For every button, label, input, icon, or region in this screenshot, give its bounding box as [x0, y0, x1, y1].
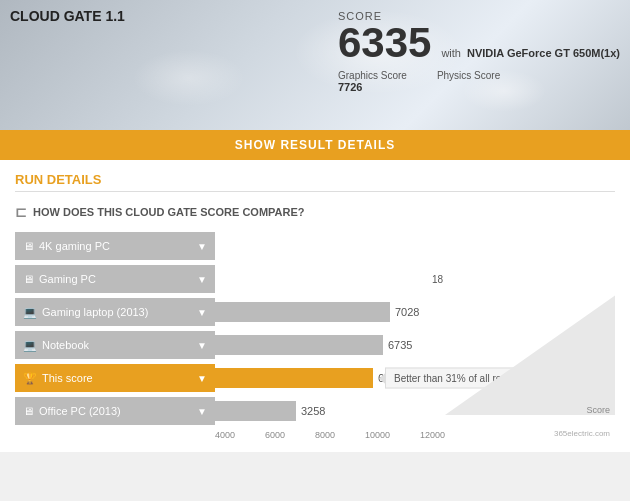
bar-number-gaming-laptop: 7028 — [395, 306, 419, 318]
bars-column: 🖥 4K gaming PC ▼ 🖥 Gaming PC ▼ 18 — [15, 232, 445, 440]
bar-arrow-notebook: ▼ — [197, 340, 207, 351]
bar-fill-gaming-laptop — [215, 302, 390, 322]
graphics-label: Graphics Score — [338, 70, 407, 81]
x-label-6000: 6000 — [265, 430, 285, 440]
bar-fill-notebook — [215, 335, 383, 355]
compare-title: ⊏ HOW DOES THIS CLOUD GATE SCORE COMPARE… — [15, 204, 615, 220]
bar-row-4k-gaming-pc: 🖥 4K gaming PC ▼ — [15, 232, 445, 260]
bar-label-gaming-laptop[interactable]: 💻 Gaming laptop (2013) ▼ — [15, 298, 215, 326]
compare-title-text: HOW DOES THIS CLOUD GATE SCORE COMPARE? — [33, 206, 305, 218]
compare-icon: ⊏ — [15, 204, 27, 220]
bar-row-gaming-pc: 🖥 Gaming PC ▼ 18 — [15, 265, 445, 293]
bar-text-gaming-laptop: Gaming laptop (2013) — [42, 306, 192, 318]
bar-number-gaming-pc: 18 — [432, 274, 443, 285]
physics-score-item: Physics Score — [437, 70, 500, 93]
physics-label: Physics Score — [437, 70, 500, 81]
bar-fill-office-pc — [215, 401, 296, 421]
show-result-button[interactable]: SHOW RESULT DETAILS — [0, 130, 630, 160]
x-label-4000: 4000 — [215, 430, 235, 440]
x-label-10000: 10000 — [365, 430, 390, 440]
bar-text-notebook: Notebook — [42, 339, 192, 351]
header-section: CLOUD GATE 1.1 SCORE 6335 with NVIDIA Ge… — [0, 0, 630, 130]
x-label-12000: 12000 — [420, 430, 445, 440]
bar-arrow-gaming-pc: ▼ — [197, 274, 207, 285]
run-details-title: RUN DETAILS — [15, 172, 615, 192]
bar-row-office-pc: 🖥 Office PC (2013) ▼ 3258 — [15, 397, 445, 425]
score-value: 6335 — [338, 22, 431, 64]
bar-value-gaming-pc: 18 — [215, 265, 445, 293]
x-axis: 4000 6000 8000 10000 12000 — [15, 430, 445, 440]
bar-text-gaming-pc: Gaming PC — [39, 273, 192, 285]
bar-arrow-office-pc: ▼ — [197, 406, 207, 417]
chart-area: 🖥 4K gaming PC ▼ 🖥 Gaming PC ▼ 18 — [15, 232, 615, 440]
bar-number-office-pc: 3258 — [301, 405, 325, 417]
bar-arrow-this-score: ▼ — [197, 373, 207, 384]
watermark: 365electric.com — [554, 429, 610, 438]
bar-label-this-score[interactable]: 🏆 This score ▼ — [15, 364, 215, 392]
bar-icon-this-score: 🏆 — [23, 372, 37, 385]
app-title: CLOUD GATE 1.1 — [10, 8, 125, 24]
graphics-value: 7726 — [338, 81, 407, 93]
score-gpu: NVIDIA GeForce GT 650M(1x) — [467, 47, 620, 59]
bar-label-gaming-pc[interactable]: 🖥 Gaming PC ▼ — [15, 265, 215, 293]
bar-icon-4k-gaming-pc: 🖥 — [23, 240, 34, 252]
bar-arrow-gaming-laptop: ▼ — [197, 307, 207, 318]
x-axis-labels: 4000 6000 8000 10000 12000 — [215, 430, 445, 440]
bar-value-notebook: 6735 — [215, 331, 445, 359]
bar-fill-this-score — [215, 368, 373, 388]
bar-value-gaming-laptop: 7028 — [215, 298, 445, 326]
bar-row-notebook: 💻 Notebook ▼ 6735 — [15, 331, 445, 359]
bar-text-office-pc: Office PC (2013) — [39, 405, 192, 417]
bar-label-office-pc[interactable]: 🖥 Office PC (2013) ▼ — [15, 397, 215, 425]
bar-text-4k-gaming-pc: 4K gaming PC — [39, 240, 192, 252]
bar-label-notebook[interactable]: 💻 Notebook ▼ — [15, 331, 215, 359]
bar-icon-office-pc: 🖥 — [23, 405, 34, 417]
score-axis-label: Score — [586, 405, 610, 415]
chart-triangle — [445, 285, 615, 415]
x-label-8000: 8000 — [315, 430, 335, 440]
bar-arrow-4k-gaming-pc: ▼ — [197, 241, 207, 252]
bar-row-gaming-laptop: 💻 Gaming laptop (2013) ▼ 7028 — [15, 298, 445, 326]
main-content: RUN DETAILS ⊏ HOW DOES THIS CLOUD GATE S… — [0, 160, 630, 452]
bar-text-this-score: This score — [42, 372, 192, 384]
bar-label-4k-gaming-pc[interactable]: 🖥 4K gaming PC ▼ — [15, 232, 215, 260]
score-sub-panel: Graphics Score 7726 Physics Score — [338, 70, 620, 93]
graphics-score-item: Graphics Score 7726 — [338, 70, 407, 93]
bar-icon-gaming-pc: 🖥 — [23, 273, 34, 285]
score-with-text: with — [441, 47, 461, 59]
bar-value-office-pc: 3258 — [215, 397, 445, 425]
score-panel: SCORE 6335 with NVIDIA GeForce GT 650M(1… — [338, 10, 620, 93]
bar-value-4k-gaming-pc — [215, 232, 445, 260]
right-chart-area: 365electric.com Score — [445, 232, 615, 440]
bar-number-notebook: 6735 — [388, 339, 412, 351]
bar-icon-notebook: 💻 — [23, 339, 37, 352]
bar-row-this-score: 🏆 This score ▼ 6335 Better than 31% of a… — [15, 364, 445, 392]
bar-value-this-score: 6335 Better than 31% of all results — [215, 364, 445, 392]
bar-icon-gaming-laptop: 💻 — [23, 306, 37, 319]
